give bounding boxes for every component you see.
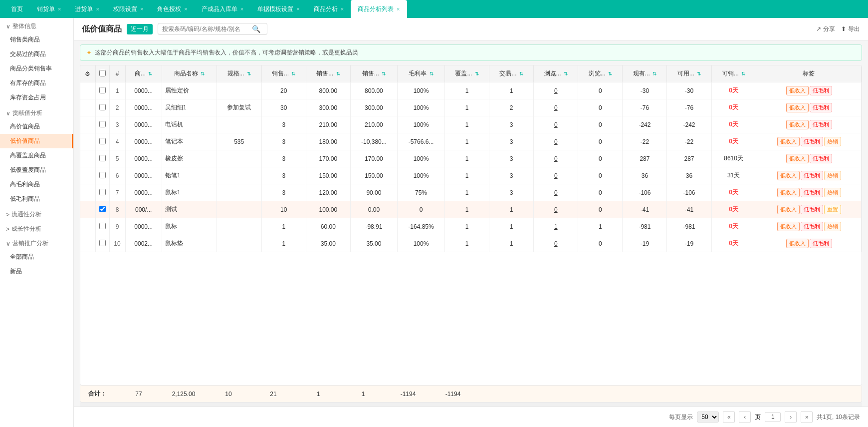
sidebar-section-overall[interactable]: ∨ 整体信息 <box>0 18 73 32</box>
row-checkbox[interactable] <box>99 104 106 110</box>
col-browse1[interactable]: 浏览... ⇅ <box>534 65 578 82</box>
checkbox-cell[interactable] <box>95 201 109 218</box>
close-icon[interactable]: × <box>240 6 243 12</box>
col-name[interactable]: 商品名称 ⇅ <box>162 65 217 82</box>
sidebar-item-new-goods[interactable]: 新品 <box>0 264 73 279</box>
checkbox-cell[interactable] <box>95 150 109 167</box>
search-icon[interactable]: 🔍 <box>252 25 260 33</box>
browse-link[interactable]: 1 <box>554 223 558 230</box>
close-icon[interactable]: × <box>140 6 143 12</box>
next-page-button[interactable]: › <box>785 411 797 423</box>
close-icon[interactable]: × <box>184 6 187 12</box>
sidebar-item-category-rate[interactable]: 商品分类销售率 <box>0 61 73 76</box>
sidebar-item-high-value[interactable]: 高价值商品 <box>0 119 73 134</box>
col-available[interactable]: 可用... ⇅ <box>667 65 711 82</box>
row-checkbox[interactable] <box>99 206 106 212</box>
row-checkbox[interactable] <box>99 121 106 127</box>
row-checkbox[interactable] <box>99 87 106 93</box>
close-icon[interactable]: × <box>296 6 299 12</box>
col-gear[interactable]: ⚙ <box>80 65 95 82</box>
nav-item-role[interactable]: 角色授权 × <box>150 0 194 18</box>
search-box: 🔍 <box>158 23 267 35</box>
last-page-button[interactable]: » <box>801 411 813 423</box>
close-icon[interactable]: × <box>341 6 344 12</box>
col-sale-qty[interactable]: 销售... ⇅ <box>261 65 306 82</box>
close-icon[interactable]: × <box>96 6 99 12</box>
export-button[interactable]: ⬆ 导出 <box>841 25 860 33</box>
browse-link[interactable]: 0 <box>554 189 558 196</box>
row-checkbox[interactable] <box>99 223 106 229</box>
nav-item-production[interactable]: 产成品入库单 × <box>195 0 250 18</box>
close-icon[interactable]: × <box>397 6 400 12</box>
sidebar-item-low-value[interactable]: 低价值商品 <box>0 134 73 148</box>
col-current-stock[interactable]: 现有... ⇅ <box>623 65 667 82</box>
nav-item-home[interactable]: 首页 <box>4 0 30 18</box>
checkbox-cell[interactable] <box>95 167 109 184</box>
nav-item-analysis[interactable]: 商品分析 × <box>307 0 351 18</box>
row-checkbox[interactable] <box>99 138 106 144</box>
browse2-cell: 0 <box>578 99 623 116</box>
sidebar-item-high-coverage[interactable]: 高覆盖度商品 <box>0 148 73 163</box>
select-all-checkbox[interactable] <box>99 70 106 76</box>
row-checkbox[interactable] <box>99 172 106 178</box>
checkbox-cell[interactable] <box>95 116 109 133</box>
col-code[interactable]: 商... ⇅ <box>125 65 162 82</box>
search-input[interactable] <box>162 25 252 32</box>
sidebar-item-low-margin[interactable]: 低毛利商品 <box>0 192 73 206</box>
checkbox-cell[interactable] <box>95 218 109 235</box>
checkbox-cell[interactable] <box>95 235 109 252</box>
nav-item-template[interactable]: 单据模板设置 × <box>250 0 306 18</box>
nav-item-purchase[interactable]: 进货单 × <box>68 0 106 18</box>
first-page-button[interactable]: « <box>723 411 735 423</box>
checkbox-cell[interactable] <box>95 184 109 201</box>
row-checkbox[interactable] <box>99 240 106 246</box>
sidebar-item-traded-goods[interactable]: 交易过的商品 <box>0 47 73 61</box>
col-spec[interactable]: 规格... ⇅ <box>217 65 261 82</box>
sidebar-item-stock-capital[interactable]: 库存资金占用 <box>0 90 73 105</box>
prev-page-button[interactable]: ‹ <box>739 411 751 423</box>
col-gross-margin[interactable]: 毛利率 ⇅ <box>397 65 444 82</box>
browse-link[interactable]: 0 <box>554 206 558 213</box>
browse-link[interactable]: 0 <box>554 121 558 128</box>
col-checkbox[interactable] <box>95 65 109 82</box>
sidebar-item-all-goods[interactable]: 全部商品 <box>0 250 73 264</box>
browse-link[interactable]: 0 <box>554 138 558 145</box>
sidebar-section-growth[interactable]: > 成长性分析 <box>0 221 73 235</box>
sidebar-item-high-margin[interactable]: 高毛利商品 <box>0 177 73 192</box>
sidebar-section-contribution[interactable]: ∨ 贡献值分析 <box>0 105 73 119</box>
gear-cell <box>80 167 95 184</box>
col-saleable[interactable]: 可销... ⇅ <box>711 65 756 82</box>
table-container[interactable]: ⚙ # 商... ⇅ 商品名称 ⇅ 规格... ⇅ 销售... ⇅ 销售... … <box>80 65 862 386</box>
checkbox-cell[interactable] <box>95 82 109 99</box>
sidebar-section-marketing[interactable]: ∨ 营销推广分析 <box>0 235 73 250</box>
browse-link[interactable]: 0 <box>554 87 558 94</box>
col-trade[interactable]: 交易... ⇅ <box>489 65 534 82</box>
share-button[interactable]: ↗ 分享 <box>816 25 835 33</box>
tags-cell: 低收入低毛利热销 <box>756 184 861 201</box>
row-checkbox[interactable] <box>99 189 106 195</box>
nav-item-permission[interactable]: 权限设置 × <box>106 0 150 18</box>
sidebar-section-liquidity[interactable]: > 流通性分析 <box>0 206 73 221</box>
row-checkbox[interactable] <box>99 155 106 161</box>
period-button[interactable]: 近一月 <box>127 24 153 34</box>
checkbox-cell[interactable] <box>95 133 109 150</box>
nav-item-sales[interactable]: 销货单 × <box>30 0 68 18</box>
close-icon[interactable]: × <box>58 6 61 12</box>
browse-link[interactable]: 0 <box>554 172 558 179</box>
table-row: 2 0000... 吴细细1 参加复试 30 300.00 300.00 100… <box>80 99 862 116</box>
browse-link[interactable]: 0 <box>554 155 558 162</box>
sidebar-item-low-coverage[interactable]: 低覆盖度商品 <box>0 163 73 177</box>
col-sale-amount[interactable]: 销售... ⇅ <box>350 65 397 82</box>
col-coverage[interactable]: 覆盖... ⇅ <box>445 65 489 82</box>
col-sale-price[interactable]: 销售... ⇅ <box>306 65 350 82</box>
browse-link[interactable]: 0 <box>554 240 558 247</box>
nav-item-analysis-list[interactable]: 商品分析列表 × <box>351 0 407 18</box>
checkbox-cell[interactable] <box>95 99 109 116</box>
sidebar-item-stocked-goods[interactable]: 有库存的商品 <box>0 76 73 90</box>
browse1-cell: 0 <box>534 150 578 167</box>
page-number-input[interactable] <box>765 412 781 422</box>
col-browse2[interactable]: 浏览... ⇅ <box>578 65 623 82</box>
browse-link[interactable]: 0 <box>554 104 558 111</box>
sidebar-item-sales-goods[interactable]: 销售类商品 <box>0 32 73 47</box>
page-size-select[interactable]: 50 <box>697 412 719 423</box>
